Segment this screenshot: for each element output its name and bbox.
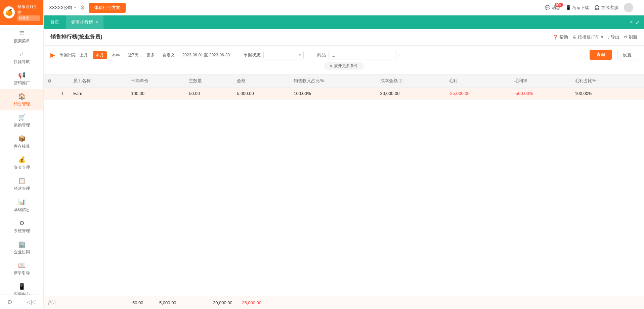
date-btn-this-month[interactable]: 本月 xyxy=(93,51,107,59)
table-body: 1 Eam 100.00 50.00 5,000.00 100.00% 30,0… xyxy=(44,88,644,100)
footer-gross: -25,000.00 xyxy=(237,300,265,305)
sidebar-item-sales[interactable]: 🏠 销售管理 xyxy=(0,89,43,110)
company-dropdown-icon: ▾ xyxy=(74,6,76,9)
enterprise-icon: 🏢 xyxy=(18,241,26,248)
sidebar-item-apps[interactable]: 📱 应用中心 xyxy=(0,279,43,295)
sidebar-item-label: 库存核算 xyxy=(14,144,30,149)
sidebar-item-label: 营销推广 xyxy=(14,80,30,86)
sidebar-item-marketing[interactable]: 📢 营销推广 xyxy=(0,68,43,89)
refresh-button[interactable]: ↺ 刷新 xyxy=(624,34,637,40)
company-selector[interactable]: XXXXX公司 ▾ xyxy=(49,5,76,11)
sidebar-item-enterprise[interactable]: 🏢 企业协同 xyxy=(0,237,43,258)
footer-cost: 30,000.00 xyxy=(209,300,237,305)
th-name: 员工名称 xyxy=(69,74,127,88)
help-icon: ❓ xyxy=(553,35,558,40)
sidebar: 🍊 畅康通好生意 标准版 ☰ 搜索菜单 ⌂ 快捷导航 📢 营销推广 🏠 销售管理… xyxy=(0,0,44,309)
sidebar-item-system[interactable]: ⚙ 系统管理 xyxy=(0,216,43,237)
status-filter: 单据状态 xyxy=(243,51,304,59)
cell-name: Eam xyxy=(69,88,127,100)
sidebar-item-basic[interactable]: 📊 基础信息 xyxy=(0,195,43,216)
date-filter-label: 单据日期 xyxy=(59,52,77,58)
goods-filter-label: 商品 xyxy=(317,52,326,58)
sidebar-logo: 🍊 畅康通好生意 标准版 xyxy=(0,0,43,25)
export-button[interactable]: ↓ 导出 xyxy=(607,34,620,40)
print-dropdown-icon: ▾ xyxy=(601,35,603,40)
cell-rank: 1 xyxy=(56,88,69,100)
tabbar: 首页 销售排行榜 × × ⤢ xyxy=(44,15,644,29)
filter-arrow-icon[interactable]: ▶ xyxy=(50,51,55,59)
filter-expand-row: ∨ 展开更多条件 xyxy=(50,60,637,70)
cell-gross-pct: 100.00% xyxy=(571,88,644,100)
refresh-icon: ↺ xyxy=(624,35,627,40)
status-select[interactable] xyxy=(263,51,304,59)
th-cost: 成本全额 ⓘ xyxy=(376,74,445,88)
th-gross: 毛利 xyxy=(445,74,510,88)
sidebar-item-purchase[interactable]: 🛒 采购管理 xyxy=(0,110,43,132)
print-button[interactable]: 🖨 按模板打印 ▾ xyxy=(572,34,603,40)
settings-bottom-icon[interactable]: ⚙ xyxy=(7,298,12,306)
purchase-icon: 🛒 xyxy=(18,114,26,121)
topbar-gear-icon[interactable]: ⚙ xyxy=(80,4,85,11)
cost-info-icon[interactable]: ⓘ xyxy=(399,79,402,84)
sidebar-item-label: 快捷导航 xyxy=(14,59,30,65)
filter-area: ▶ 单据日期 上月 本月 本年 近7天 更多 自定义 2023-06-01 至 … xyxy=(44,46,644,74)
message-icon: 💬 xyxy=(545,5,550,10)
cell-gross-rate: -500.00% xyxy=(510,88,571,100)
sidebar-item-finance[interactable]: 💰 资金管理 xyxy=(0,153,43,174)
window-restore-icon[interactable]: ⤢ xyxy=(636,19,640,25)
date-range-display: 2023-06-01 至 2023-06-30 xyxy=(182,52,230,58)
sidebar-item-label: 系统管理 xyxy=(14,228,30,234)
window-close-icon[interactable]: × xyxy=(630,19,633,25)
filter-right-buttons: 查询 设置 xyxy=(590,50,637,60)
date-btn-this-year[interactable]: 本年 xyxy=(109,51,123,59)
th-amount: 全额 xyxy=(233,74,290,88)
trial-button[interactable]: 体验行业方案 xyxy=(89,3,126,13)
goods-input[interactable] xyxy=(329,51,396,59)
print-icon: 🖨 xyxy=(572,35,576,40)
online-service-button[interactable]: 🎧 在线客服 xyxy=(594,5,618,11)
export-icon: ↓ xyxy=(607,35,610,40)
sidebar-item-label: 新手引导 xyxy=(14,270,30,276)
table-wrapper: ⚙ 员工名称 平均单价 主数量 全额 销售收入占比% 成本全额 ⓘ xyxy=(44,74,644,296)
footer-quantity: 50.00 xyxy=(128,300,155,305)
rankings-table: ⚙ 员工名称 平均单价 主数量 全额 销售收入占比% 成本全额 ⓘ xyxy=(44,74,644,100)
app-download-button[interactable]: 📱 App下载 xyxy=(566,5,589,11)
sidebar-item-operation[interactable]: 📋 经营管理 xyxy=(0,174,43,195)
date-btn-7days[interactable]: 近7天 xyxy=(125,51,141,59)
query-button[interactable]: 查询 xyxy=(590,50,612,60)
sidebar-item-guide[interactable]: 📖 新手引导 xyxy=(0,258,43,279)
headset-icon: 🎧 xyxy=(594,5,600,10)
tab-sales-ranking[interactable]: 销售排行榜 × xyxy=(66,15,103,29)
date-btn-last-month[interactable]: 上月 xyxy=(77,51,91,59)
finance-icon: 💰 xyxy=(18,156,26,163)
expand-more-button[interactable]: ∨ 展开更多条件 xyxy=(324,62,363,70)
date-btn-custom[interactable]: 自定义 xyxy=(160,51,178,59)
date-filter-buttons: 上月 本月 本年 近7天 更多 自定义 2023-06-01 至 2023-06… xyxy=(77,51,230,59)
table-header-row: ⚙ 员工名称 平均单价 主数量 全额 销售收入占比% 成本全额 ⓘ xyxy=(44,74,644,88)
date-btn-more[interactable]: 更多 xyxy=(143,51,158,59)
footer-total-label: 合计 xyxy=(48,300,101,306)
th-settings[interactable]: ⚙ xyxy=(44,74,56,88)
tab-home[interactable]: 首页 xyxy=(44,15,66,29)
sidebar-item-label: 企业协同 xyxy=(14,249,30,255)
content-area: 销售排行榜(按业务员) ❓ 帮助 🖨 按模板打印 ▾ ↓ 导出 ↺ 刷新 xyxy=(44,29,644,309)
gross-sort-icon[interactable]: ↕ xyxy=(597,79,599,83)
sidebar-item-label: 资金管理 xyxy=(14,165,30,170)
table-row: 1 Eam 100.00 50.00 5,000.00 100.00% 30,0… xyxy=(44,88,644,100)
cell-quantity: 50.00 xyxy=(185,88,233,100)
sidebar-item-label: 基础信息 xyxy=(14,207,30,213)
tab-close-icon[interactable]: × xyxy=(96,20,98,24)
sidebar-item-quicknav[interactable]: ⌂ 快捷导航 xyxy=(0,47,43,68)
topbar: XXXXX公司 ▾ ⚙ 体验行业方案 💬 消息 99+ 📱 App下载 🎧 在线… xyxy=(44,0,644,15)
message-button[interactable]: 💬 消息 99+ xyxy=(545,5,560,11)
cell-avg-price: 100.00 xyxy=(127,88,185,100)
th-sales-pct: 销售收入占比% xyxy=(290,74,376,88)
user-avatar[interactable] xyxy=(624,3,633,12)
goods-more-icon[interactable]: ··· xyxy=(399,53,402,57)
help-button[interactable]: ❓ 帮助 xyxy=(553,34,568,40)
collapse-icon[interactable]: ◁◁ xyxy=(27,298,36,306)
settings-button[interactable]: 设置 xyxy=(617,50,637,60)
sidebar-item-inventory[interactable]: 📦 库存核算 xyxy=(0,132,43,153)
table-footer: 合计 50.00 5,000.00 30,000.00 -25,000.00 xyxy=(44,296,644,309)
sidebar-item-search[interactable]: ☰ 搜索菜单 xyxy=(0,26,43,47)
